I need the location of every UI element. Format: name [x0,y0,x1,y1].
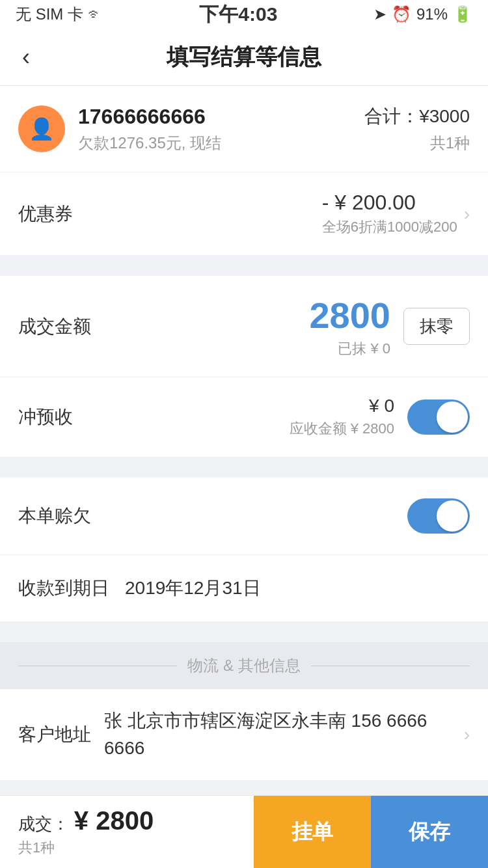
battery-icon: 🔋 [453,5,472,23]
logistics-header-text: 物流 & 其他信息 [187,655,300,676]
customer-left: 👤 17666666666 欠款1276.35元, 现结 [18,105,221,154]
status-bar: 无 SIM 卡 ᯤ 下午4:03 ➤ ⏰ 91% 🔋 [0,0,488,29]
prepay-label: 冲预收 [18,405,73,429]
chevron-right-icon: › [464,204,470,224]
prepay-values: ¥ 0 应收金额 ¥ 2800 [290,396,394,439]
header-line-left [18,666,177,666]
amount-info: 2800 已抹 ¥ 0 [309,294,390,359]
customer-debt: 欠款1276.35元, 现结 [78,133,221,154]
duedate-label: 收款到期日 [18,576,109,601]
coupon-info: - ¥ 200.00 全场6折满1000减200 [322,191,457,237]
credit-toggle[interactable] [407,498,470,534]
credit-label: 本单赊欠 [18,504,91,528]
customer-row: 👤 17666666666 欠款1276.35元, 现结 合计：¥3000 共1… [0,86,488,172]
customer-phone: 17666666666 [78,105,221,129]
address-value: 张 北京市市辖区海淀区永丰南 156 6666 6666 [104,707,464,762]
prepay-sub: 应收金额 ¥ 2800 [290,419,394,439]
credit-toggle-knob [437,500,468,532]
duedate-value: 2019年12月31日 [125,576,261,601]
amount-sub: 已抹 ¥ 0 [309,339,390,359]
footer-info: 成交： ¥ 2800 共1种 [0,806,254,858]
location-icon: ➤ [373,5,386,23]
customer-count: 共1种 [364,133,470,154]
customer-right: 合计：¥3000 共1种 [364,104,470,154]
sim-label: 无 SIM 卡 ᯤ [16,4,103,25]
coupon-discount: - ¥ 200.00 [322,191,457,215]
footer-deal-label: 成交： [18,814,69,834]
coupon-row[interactable]: 优惠券 - ¥ 200.00 全场6折满1000减200 › [0,172,488,255]
divider-1 [0,265,488,276]
coupon-label: 优惠券 [18,202,73,226]
avatar: 👤 [18,105,65,152]
header-line-right [311,666,470,666]
footer-count: 共1种 [18,838,236,858]
address-row[interactable]: 客户地址 张 北京市市辖区海淀区永丰南 156 6666 6666 › [0,689,488,780]
amount-right: 2800 已抹 ¥ 0 抹零 [309,294,470,359]
status-left: 无 SIM 卡 ᯤ [16,4,103,25]
footer: 成交： ¥ 2800 共1种 挂单 保存 [0,795,488,868]
divider-2 [0,467,488,478]
hang-button[interactable]: 挂单 [254,796,371,869]
address-chevron-icon: › [464,724,470,745]
footer-deal-row: 成交： ¥ 2800 [18,806,236,835]
back-button[interactable]: ‹ [16,37,36,77]
duedate-row: 收款到期日 2019年12月31日 [0,554,488,621]
status-right: ➤ ⏰ 91% 🔋 [373,5,472,23]
customer-info-card: 👤 17666666666 欠款1276.35元, 现结 合计：¥3000 共1… [0,86,488,255]
prepay-row: 冲预收 ¥ 0 应收金额 ¥ 2800 [0,377,488,457]
coupon-right: - ¥ 200.00 全场6折满1000减200 › [322,191,470,237]
address-label: 客户地址 [18,722,91,747]
footer-amount: ¥ 2800 [74,806,154,835]
prepay-right: ¥ 0 应收金额 ¥ 2800 [290,396,470,439]
alarm-icon: ⏰ [392,5,411,23]
battery-label: 91% [416,5,448,23]
prepay-amount: ¥ 0 [290,396,394,416]
coupon-desc: 全场6折满1000减200 [322,217,457,237]
toggle-knob [437,401,468,433]
status-time: 下午4:03 [199,1,277,28]
customer-total: 合计：¥3000 [364,104,470,129]
amount-label: 成交金额 [18,314,91,339]
customer-info: 17666666666 欠款1276.35元, 现结 [78,105,221,154]
credit-card: 本单赊欠 收款到期日 2019年12月31日 [0,478,488,621]
address-card: 客户地址 张 北京市市辖区海淀区永丰南 156 6666 6666 › [0,689,488,780]
amount-card: 成交金额 2800 已抹 ¥ 0 抹零 冲预收 ¥ 0 应收金额 ¥ 2800 [0,276,488,457]
nav-bar: ‹ 填写结算等信息 [0,29,488,86]
divider-3 [0,632,488,642]
prepay-toggle[interactable] [407,400,470,435]
amount-value: 2800 [309,294,390,336]
amount-row: 成交金额 2800 已抹 ¥ 0 抹零 [0,276,488,377]
round-button[interactable]: 抹零 [403,308,470,345]
credit-row: 本单赊欠 [0,478,488,554]
avatar-icon: 👤 [29,116,55,141]
content-area: 👤 17666666666 欠款1276.35元, 现结 合计：¥3000 共1… [0,86,488,868]
page-title: 填写结算等信息 [167,42,321,72]
save-button[interactable]: 保存 [371,796,488,869]
logistics-header: 物流 & 其他信息 [0,642,488,689]
